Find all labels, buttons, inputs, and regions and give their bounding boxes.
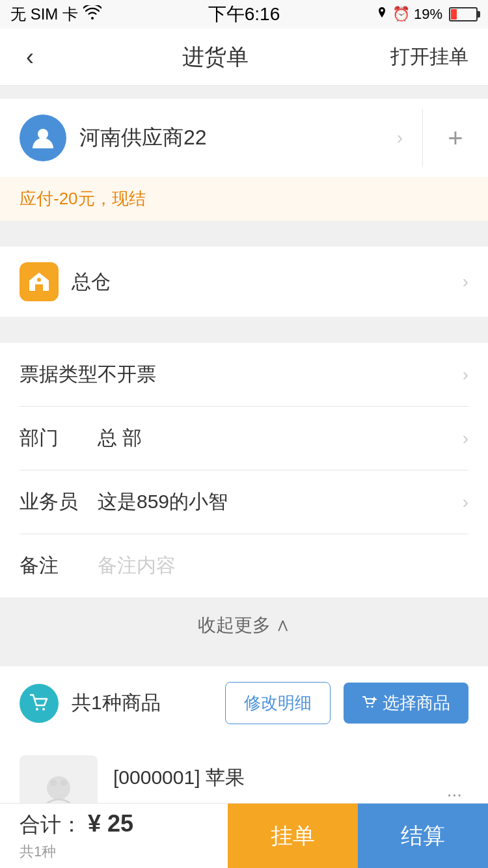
- svg-point-6: [367, 705, 369, 707]
- separator-2: [0, 221, 488, 234]
- status-bar: 无 SIM 卡 下午6:16 ⏰ 19%: [0, 0, 488, 29]
- cart-icon: [28, 692, 50, 714]
- warehouse-selector[interactable]: 总仓 ›: [0, 247, 488, 317]
- pending-button[interactable]: 挂单: [228, 804, 358, 868]
- footer-total-amount: 合计： ¥ 25: [20, 810, 208, 839]
- product-code: [0000001]: [113, 766, 200, 788]
- battery-label: 19%: [414, 6, 442, 23]
- total-label: 合计：: [20, 813, 82, 836]
- svg-point-12: [61, 780, 67, 786]
- invoice-type-value: 不开票: [98, 361, 463, 388]
- total-value: ¥ 25: [88, 810, 133, 837]
- department-label: 部门: [20, 425, 98, 452]
- warehouse-icon-wrap: [20, 262, 59, 301]
- select-product-button[interactable]: 选择商品: [344, 683, 468, 724]
- location-icon: [375, 6, 388, 23]
- chevron-right-icon-2: ›: [463, 271, 468, 292]
- salesman-value: 这是859的小智: [98, 489, 463, 515]
- chevron-right-icon-3: ›: [463, 364, 468, 385]
- product-icon-wrap: [20, 684, 59, 723]
- svg-point-4: [36, 708, 38, 711]
- cart-plus-icon: [362, 696, 377, 711]
- page-title: 进货单: [182, 42, 249, 72]
- svg-point-10: [47, 776, 70, 800]
- supplier-section: 河南供应商22 › +: [0, 99, 488, 177]
- footer-total-count: 共1种: [20, 842, 208, 861]
- svg-point-1: [38, 129, 48, 139]
- supplier-name: 河南供应商22: [79, 124, 384, 152]
- salesman-row[interactable]: 业务员 这是859的小智 ›: [0, 470, 488, 534]
- supplier-avatar: [20, 115, 66, 161]
- invoice-type-row[interactable]: 票据类型 不开票 ›: [0, 343, 488, 406]
- remark-row[interactable]: 备注 备注内容: [0, 534, 488, 597]
- svg-point-3: [37, 278, 41, 282]
- separator-1: [0, 86, 488, 99]
- svg-point-11: [50, 780, 57, 786]
- add-button[interactable]: +: [423, 99, 488, 177]
- chevron-right-icon-5: ›: [463, 492, 468, 513]
- footer-total: 合计： ¥ 25 共1种: [0, 804, 228, 868]
- collapse-label: 收起更多 ∧: [198, 613, 291, 638]
- warehouse-name: 总仓: [72, 269, 450, 295]
- person-icon: [30, 125, 56, 151]
- warehouse-icon: [27, 270, 51, 293]
- open-pending-button[interactable]: 打开挂单: [390, 44, 468, 70]
- product-count-label: 共1种商品: [72, 690, 212, 716]
- svg-point-5: [42, 708, 45, 711]
- status-left: 无 SIM 卡: [10, 4, 102, 25]
- product-title: 苹果: [206, 766, 245, 788]
- department-row[interactable]: 部门 总 部 ›: [0, 407, 488, 470]
- alarm-icon: ⏰: [392, 6, 410, 23]
- separator-3: [0, 317, 488, 330]
- battery-icon: [449, 7, 478, 21]
- warning-banner: 应付-20元，现结: [0, 177, 488, 221]
- modify-detail-button[interactable]: 修改明细: [225, 682, 331, 724]
- svg-point-0: [381, 9, 383, 12]
- status-right: ⏰ 19%: [375, 6, 478, 23]
- warehouse-section: 总仓 ›: [0, 247, 488, 317]
- remark-placeholder: 备注内容: [98, 552, 468, 579]
- plus-icon: +: [448, 124, 463, 153]
- carrier-label: 无 SIM 卡: [10, 4, 78, 25]
- select-product-label: 选择商品: [383, 692, 450, 714]
- remark-label: 备注: [20, 552, 98, 579]
- product-name: [0000001] 苹果: [113, 765, 425, 791]
- form-section: 票据类型 不开票 › 部门 总 部 › 业务员 这是859的小智 › 备注 备注…: [0, 343, 488, 597]
- settle-button[interactable]: 结算: [358, 804, 488, 868]
- chevron-right-icon: ›: [397, 128, 403, 148]
- warning-text: 应付-20元，现结: [20, 189, 146, 208]
- svg-rect-2: [35, 284, 43, 291]
- svg-point-7: [372, 705, 373, 707]
- nav-bar: ‹ 进货单 打开挂单: [0, 29, 488, 86]
- product-header: 共1种商品 修改明细 选择商品: [0, 666, 488, 740]
- chevron-right-icon-4: ›: [463, 428, 468, 449]
- department-value: 总 部: [98, 425, 463, 452]
- status-time: 下午6:16: [208, 2, 280, 27]
- back-button[interactable]: ‹: [20, 37, 40, 77]
- salesman-label: 业务员: [20, 489, 98, 515]
- wifi-icon: [83, 5, 102, 23]
- footer: 合计： ¥ 25 共1种 挂单 结算: [0, 803, 488, 868]
- supplier-selector[interactable]: 河南供应商22 ›: [0, 99, 422, 177]
- invoice-type-label: 票据类型: [20, 361, 98, 388]
- collapse-button[interactable]: 收起更多 ∧: [0, 597, 488, 653]
